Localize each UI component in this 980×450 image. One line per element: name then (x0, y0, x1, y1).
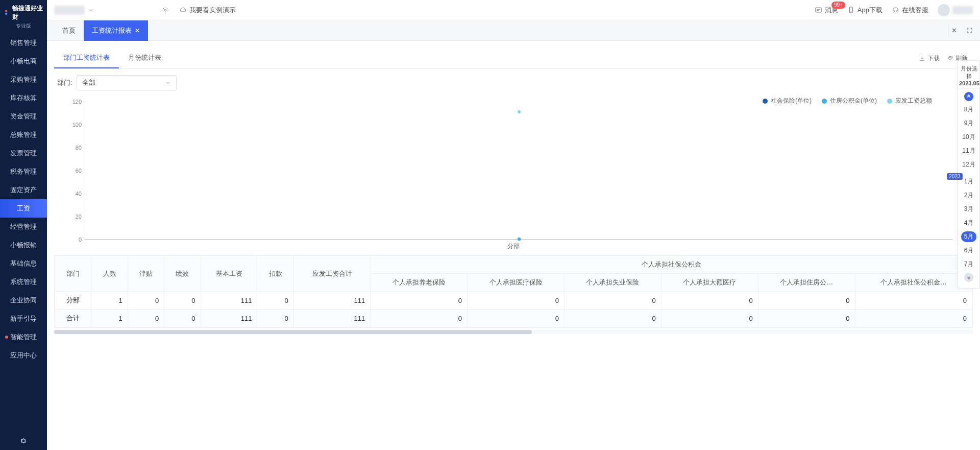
tab-label: 首页 (62, 26, 76, 35)
inner-tab-0[interactable]: 部门工资统计表 (54, 48, 119, 68)
month-item-9[interactable]: 5月 (961, 231, 977, 242)
nav-item-1[interactable]: 小畅电商 (0, 52, 47, 70)
avatar (938, 4, 950, 16)
horizontal-scrollbar[interactable] (54, 330, 973, 334)
nav-item-12[interactable]: 基础信息 (0, 254, 47, 273)
app-download-button[interactable]: App下载 (847, 6, 883, 15)
nav-item-label: 小畅电商 (10, 57, 37, 66)
col-header: 应发工资合计 (293, 256, 370, 292)
nav-item-2[interactable]: 采购管理 (0, 70, 47, 89)
nav-item-17[interactable]: 应用中心 (0, 346, 47, 365)
month-picker-trigger[interactable]: 月份选择 2023.05 (958, 64, 979, 89)
month-item-1[interactable]: 9月 (961, 118, 977, 129)
month-item-6[interactable]: 2月 (961, 190, 977, 201)
chevron-down-icon (165, 80, 171, 86)
tab-close-icon[interactable]: ✕ (135, 27, 140, 34)
page-tab-0[interactable]: 首页 (54, 20, 84, 41)
col-header: 人数 (91, 256, 128, 292)
cell: 0 (164, 310, 201, 327)
nav-item-3[interactable]: 库存核算 (0, 89, 47, 107)
close-all-tabs-button[interactable]: ✕ (948, 25, 960, 36)
y-tick: 40 (76, 191, 82, 197)
tab-label: 工资统计报表 (92, 26, 132, 35)
month-item-2[interactable]: 10月 (959, 132, 978, 143)
demo-label: 我要看实例演示 (189, 6, 236, 15)
month-item-4[interactable]: 12月 (959, 159, 978, 170)
nav-item-label: 销售管理 (10, 38, 37, 48)
page-tab-1[interactable]: 工资统计报表✕ (84, 20, 148, 41)
dept-filter-label: 部门: (57, 78, 72, 87)
cell: 0 (128, 292, 164, 310)
nav-item-15[interactable]: 新手引导 (0, 310, 47, 328)
brand-edition: 专业版 (16, 22, 31, 30)
month-scroll-up[interactable] (964, 92, 973, 101)
col-header: 个人承担医疗保险 (468, 274, 565, 292)
month-item-5[interactable]: 1月 (961, 176, 977, 187)
nav-item-5[interactable]: 总账管理 (0, 126, 47, 144)
dept-select[interactable]: 全部 (77, 75, 177, 90)
nav-item-0[interactable]: 销售管理 (0, 34, 47, 52)
chevron-down-icon (88, 7, 94, 13)
messages-button[interactable]: 消息 99+ (815, 6, 838, 15)
content-area: 部门工资统计表月份统计表 下载 刷新 部门: (47, 41, 980, 450)
user-menu[interactable] (938, 4, 973, 16)
col-header: 部门 (55, 256, 91, 292)
nav-item-9[interactable]: 工资 (0, 199, 47, 218)
sidebar: 畅捷通好业财 专业版 销售管理小畅电商采购管理库存核算资金管理总账管理发票管理税… (0, 0, 47, 450)
year-marker: 2023 (947, 173, 962, 180)
cell: 0 (257, 292, 293, 310)
cell: 111 (293, 310, 370, 327)
demo-link[interactable]: 我要看实例演示 (180, 6, 236, 15)
cell: 0 (164, 292, 201, 310)
headset-icon (892, 6, 899, 14)
x-axis-label: 分部 (507, 242, 520, 251)
nav-item-10[interactable]: 经营管理 (0, 218, 47, 236)
cell: 0 (758, 292, 855, 310)
nav-item-11[interactable]: 小畅报销 (0, 236, 47, 254)
nav-item-label: 固定资产 (10, 185, 37, 195)
cell: 0 (371, 292, 468, 310)
phone-icon (847, 6, 855, 14)
fullscreen-button[interactable] (964, 25, 975, 36)
month-item-11[interactable]: 7月 (961, 259, 977, 270)
col-header: 个人承担大额医疗 (661, 274, 758, 292)
cell: 0 (468, 310, 565, 327)
month-scroll-down[interactable] (964, 273, 973, 282)
y-tick: 20 (76, 214, 82, 220)
col-header: 津贴 (128, 256, 164, 292)
nav-item-14[interactable]: 企业协同 (0, 291, 47, 310)
chart: 社会保险(单位)住房公积金(单位)应发工资总额 020406080100120 … (54, 97, 973, 255)
online-service-button[interactable]: 在线客服 (892, 6, 928, 15)
month-item-0[interactable]: 8月 (961, 104, 977, 115)
y-tick: 0 (79, 236, 82, 243)
month-item-3[interactable]: 11月 (959, 146, 978, 156)
col-header: 基本工资 (201, 256, 257, 292)
month-list: 8月9月10月11月12月20231月2月3月4月5月6月7月 (959, 104, 978, 270)
nav-item-6[interactable]: 发票管理 (0, 144, 47, 162)
nav-item-4[interactable]: 资金管理 (0, 107, 47, 126)
nav-item-16[interactable]: 智能管理 (0, 328, 47, 346)
download-button[interactable]: 下载 (919, 54, 940, 63)
username-redacted (952, 6, 973, 14)
settings-button[interactable] (0, 432, 47, 450)
svg-point-3 (851, 12, 851, 12)
cell: 111 (293, 292, 370, 310)
month-item-8[interactable]: 4月 (961, 218, 977, 228)
cell: 111 (201, 292, 257, 310)
data-point (518, 110, 521, 113)
cell: 1 (91, 292, 128, 310)
org-settings-icon[interactable] (161, 6, 169, 14)
month-picker-title: 月份选择 (959, 65, 978, 80)
cell-dept: 分部 (55, 292, 91, 310)
month-item-10[interactable]: 6月 (961, 245, 977, 256)
nav-item-8[interactable]: 固定资产 (0, 181, 47, 199)
app-download-label: App下载 (857, 6, 883, 15)
message-icon (815, 6, 822, 14)
month-item-7[interactable]: 3月 (961, 204, 977, 215)
col-header: 个人承担养老保险 (371, 274, 468, 292)
nav-item-13[interactable]: 系统管理 (0, 273, 47, 291)
nav-item-7[interactable]: 税务管理 (0, 162, 47, 181)
inner-tab-1[interactable]: 月份统计表 (119, 48, 170, 68)
org-selector[interactable] (54, 6, 156, 15)
nav-item-label: 基础信息 (10, 259, 37, 268)
